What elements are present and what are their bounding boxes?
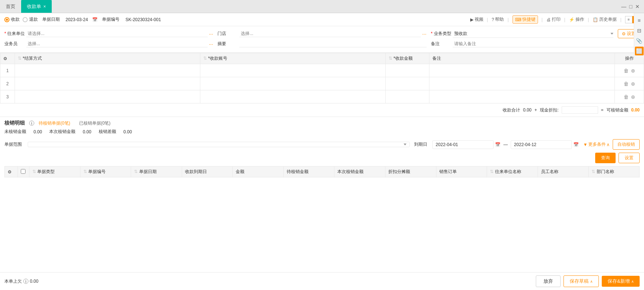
footer-info-icon[interactable]: ℹ bbox=[23, 279, 28, 284]
history-btn[interactable]: 📋 历史单据 bbox=[593, 16, 617, 23]
window-max-icon[interactable]: □ bbox=[629, 4, 632, 9]
row-settlement-1[interactable] bbox=[15, 64, 200, 77]
reconcile-info-icon[interactable]: ℹ bbox=[29, 121, 34, 126]
save-new-label: 保存&新增 bbox=[608, 278, 630, 285]
discount-input[interactable] bbox=[562, 106, 598, 114]
form-row-1: 往来单位 ··· 门店 ··· 业务类型 预收款 ⚙ bbox=[4, 29, 640, 38]
bottom-col-store: ⇅ 部门名称 bbox=[589, 166, 640, 177]
shortcut-label: 快捷键 bbox=[522, 16, 535, 23]
bottom-col-current: 本次核销金额 bbox=[334, 166, 385, 177]
operation-btn[interactable]: ⚡ 操作 bbox=[569, 16, 584, 23]
more-conditions-btn[interactable]: ▼ 更多条件 ∧ bbox=[583, 141, 610, 148]
sidebar-icon-4[interactable]: ⬜ bbox=[635, 47, 644, 55]
bottom-col-discount: 折扣分摊额 bbox=[385, 166, 436, 177]
action-icons-3: 🗑 ⊕ bbox=[618, 94, 641, 100]
bottom-col-staff: 员工名称 bbox=[538, 166, 589, 177]
col-settings-header[interactable]: ⚙ bbox=[0, 53, 15, 64]
reconcile-settings-btn[interactable]: 设置 bbox=[619, 153, 640, 163]
current-label: 本单上欠 bbox=[4, 278, 22, 285]
filter-action-row: 查询 设置 bbox=[0, 153, 644, 166]
save-draft-btn[interactable]: 保存草稿 ∧ bbox=[564, 275, 599, 287]
top-toolbar: 收款 退款 单据日期 2023-03-24 📅 单据编号 SK-20230324… bbox=[0, 13, 644, 26]
shortcut-btn[interactable]: ⌨ 快捷键 bbox=[513, 15, 538, 24]
header-checkbox[interactable] bbox=[21, 169, 25, 174]
main-wrapper: 收款 退款 单据日期 2023-03-24 📅 单据编号 SK-20230324… bbox=[0, 13, 644, 290]
summary-input[interactable] bbox=[239, 40, 426, 47]
collection-table: ⚙ ⇅ *结算方式 ⇅ *收款账号 ⇅ *收款金额 备注 bbox=[0, 53, 644, 103]
unreconciled-label: 未核销金额 bbox=[4, 129, 26, 135]
toolbar-right: ▶ 视频 | ? 帮助 | ⌨ 快捷键 | 🖨 打印 | ⚡ 操作 bbox=[470, 15, 640, 24]
view-list-btn[interactable]: ≡ bbox=[625, 16, 632, 23]
divider1: | bbox=[487, 17, 488, 22]
table-row: 1 🗑 ⊕ bbox=[0, 64, 644, 77]
number-value: SK-20230324-001 bbox=[125, 17, 161, 22]
date-end-icon[interactable]: 📅 bbox=[573, 142, 579, 147]
sidebar-icon-3[interactable]: 📎 bbox=[635, 36, 644, 45]
copy-icon-3[interactable]: ⊕ bbox=[631, 94, 635, 100]
row-amount-1[interactable] bbox=[386, 64, 429, 77]
save-draft-arrow: ∧ bbox=[590, 279, 593, 283]
customer-field: 往来单位 ··· bbox=[4, 30, 213, 37]
tab-home[interactable]: 首页 bbox=[0, 0, 21, 13]
sidebar-icon-2[interactable]: ⊟ bbox=[635, 26, 644, 35]
help-btn[interactable]: ? 帮助 bbox=[492, 16, 504, 23]
date-range-field: 到期日 📅 — 📅 bbox=[414, 140, 579, 149]
store-input[interactable] bbox=[239, 30, 421, 37]
date-start-icon[interactable]: 📅 bbox=[495, 142, 500, 147]
row-account-3[interactable] bbox=[200, 90, 386, 103]
bottom-col-checkbox[interactable] bbox=[18, 166, 30, 177]
sidebar-icon-1[interactable]: ≡ bbox=[635, 16, 644, 25]
radio-collection-label: 收款 bbox=[11, 16, 20, 23]
abandon-btn[interactable]: 放弃 bbox=[536, 275, 561, 287]
auto-reconcile-btn[interactable]: 自动核销 bbox=[613, 139, 640, 150]
row-notes-2[interactable] bbox=[429, 77, 615, 90]
radio-refund[interactable]: 退款 bbox=[23, 16, 38, 23]
query-btn[interactable]: 查询 bbox=[595, 153, 616, 163]
divider3: | bbox=[542, 17, 543, 22]
business-type-select[interactable]: 预收款 bbox=[453, 30, 613, 38]
date-start-input[interactable] bbox=[432, 140, 494, 149]
row-notes-3[interactable] bbox=[429, 90, 615, 103]
row-amount-2[interactable] bbox=[386, 77, 429, 90]
staff-more-icon[interactable]: ··· bbox=[209, 41, 213, 47]
copy-icon-2[interactable]: ⊕ bbox=[631, 81, 635, 87]
copy-icon-1[interactable]: ⊕ bbox=[631, 68, 635, 74]
range-select[interactable] bbox=[28, 142, 410, 147]
row-notes-1[interactable] bbox=[429, 64, 615, 77]
bottom-col-settings[interactable]: ⚙ bbox=[5, 166, 18, 177]
date-calendar-icon[interactable]: 📅 bbox=[92, 17, 98, 22]
tab-collection[interactable]: 收款单 × bbox=[21, 0, 52, 13]
print-btn[interactable]: 🖨 打印 bbox=[546, 16, 561, 23]
notes-input[interactable] bbox=[453, 40, 640, 47]
table-row: 3 🗑 ⊕ bbox=[0, 90, 644, 103]
bottom-col-type: ⇅ 单据类型 bbox=[30, 166, 80, 177]
business-type-arrow bbox=[610, 33, 613, 35]
sort-icon4: ⇅ bbox=[490, 169, 494, 174]
date-end-input[interactable] bbox=[511, 140, 572, 149]
delete-icon-1[interactable]: 🗑 bbox=[624, 68, 629, 74]
summary-field: 摘要 bbox=[217, 40, 426, 47]
pending-tab[interactable]: 待核销单据(0笔) bbox=[39, 120, 70, 126]
row-num-1: 1 bbox=[0, 64, 15, 77]
store-more-icon[interactable]: ··· bbox=[422, 31, 427, 37]
delete-icon-2[interactable]: 🗑 bbox=[624, 81, 629, 87]
customer-more-icon[interactable]: ··· bbox=[209, 31, 213, 37]
video-btn[interactable]: ▶ 视频 bbox=[470, 16, 483, 23]
radio-collection[interactable]: 收款 bbox=[4, 16, 20, 23]
query-label: 查询 bbox=[601, 155, 610, 160]
row-amount-3[interactable] bbox=[386, 90, 429, 103]
window-min-icon[interactable]: — bbox=[621, 4, 627, 9]
save-new-btn[interactable]: 保存&新增 ∧ bbox=[602, 276, 640, 287]
customer-input[interactable] bbox=[26, 30, 208, 37]
row-settlement-3[interactable] bbox=[15, 90, 200, 103]
row-account-1[interactable] bbox=[200, 64, 386, 77]
settings-gear-icon: ⚙ bbox=[622, 31, 626, 36]
delete-icon-3[interactable]: 🗑 bbox=[624, 94, 629, 100]
window-close-icon[interactable]: ✕ bbox=[635, 4, 640, 9]
tab-close-icon[interactable]: × bbox=[43, 4, 46, 9]
row-account-2[interactable] bbox=[200, 77, 386, 90]
staff-input[interactable] bbox=[26, 40, 208, 47]
business-type-field: 业务类型 预收款 ⚙ 设置 bbox=[431, 29, 640, 38]
done-tab[interactable]: 已核销单据(0笔) bbox=[79, 120, 111, 126]
row-settlement-2[interactable] bbox=[15, 77, 200, 90]
